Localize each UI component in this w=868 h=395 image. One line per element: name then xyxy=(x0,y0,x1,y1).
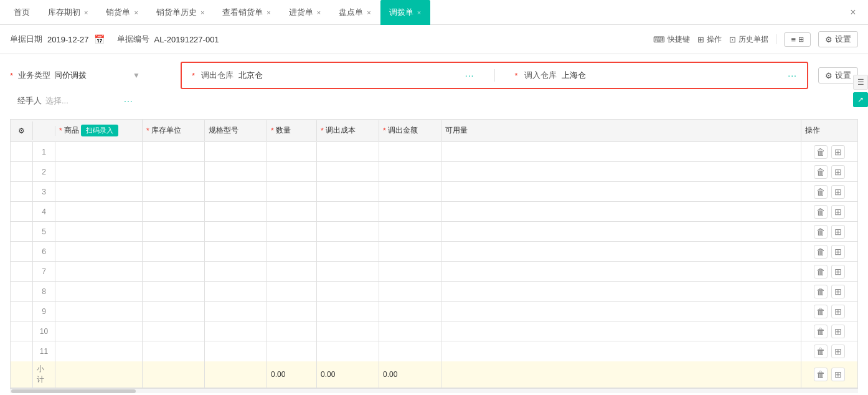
td-product-8[interactable] xyxy=(55,302,143,321)
inline-settings-button[interactable]: ⚙ 设置 xyxy=(818,67,858,83)
td-qty-9[interactable] xyxy=(267,321,317,341)
window-close-button[interactable]: × xyxy=(843,2,863,22)
td-cost-8[interactable] xyxy=(317,302,379,321)
td-unit-2[interactable] xyxy=(143,182,205,201)
row-copy-btn-1[interactable]: ⊞ xyxy=(831,165,845,179)
td-amount-10[interactable] xyxy=(379,341,441,361)
td-product-10[interactable] xyxy=(55,341,143,361)
tab-purchase-order[interactable]: 进货单 × xyxy=(280,0,330,25)
settings-button[interactable]: ≡ ⊞ xyxy=(784,32,811,47)
td-cost-10[interactable] xyxy=(317,341,379,361)
td-amount-4[interactable] xyxy=(379,222,441,241)
td-unit-6[interactable] xyxy=(143,262,205,281)
td-amount-8[interactable] xyxy=(379,302,441,321)
th-settings[interactable]: ⚙ xyxy=(11,121,33,140)
settings-gear-icon[interactable]: ⚙ xyxy=(18,126,25,135)
td-spec-1[interactable] xyxy=(205,162,267,181)
td-qty-0[interactable] xyxy=(267,142,317,161)
row-copy-btn-2[interactable]: ⊞ xyxy=(831,185,845,199)
td-unit-4[interactable] xyxy=(143,222,205,241)
tab-purchase-order-close[interactable]: × xyxy=(317,9,321,16)
td-cost-7[interactable] xyxy=(317,282,379,301)
row-copy-btn-7[interactable]: ⊞ xyxy=(831,285,845,298)
settings-text-button[interactable]: ⚙ 设置 xyxy=(818,31,858,47)
row-delete-btn-8[interactable]: 🗑 xyxy=(814,305,828,318)
horizontal-scrollbar[interactable] xyxy=(10,388,858,393)
row-copy-btn-10[interactable]: ⊞ xyxy=(831,345,845,358)
row-copy-btn-4[interactable]: ⊞ xyxy=(831,225,845,239)
row-copy-btn-8[interactable]: ⊞ xyxy=(831,305,845,318)
sidebar-list-btn[interactable]: ☰ xyxy=(853,75,868,90)
operator-input[interactable]: 选择... xyxy=(45,95,120,107)
td-amount-9[interactable] xyxy=(379,321,441,341)
row-delete-btn-5[interactable]: 🗑 xyxy=(814,245,828,259)
subtotal-copy-btn[interactable]: ⊞ xyxy=(831,368,845,381)
calendar-icon[interactable]: 📅 xyxy=(94,34,105,44)
td-product-0[interactable] xyxy=(55,142,143,161)
td-cost-9[interactable] xyxy=(317,321,379,341)
scrollbar-thumb[interactable] xyxy=(11,389,136,393)
td-qty-8[interactable] xyxy=(267,302,317,321)
td-cost-4[interactable] xyxy=(317,222,379,241)
td-cost-1[interactable] xyxy=(317,162,379,181)
td-spec-3[interactable] xyxy=(205,202,267,221)
tab-sales-history-close[interactable]: × xyxy=(200,9,204,16)
td-spec-8[interactable] xyxy=(205,302,267,321)
row-copy-btn-3[interactable]: ⊞ xyxy=(831,205,845,219)
operations-action[interactable]: ⊞ 操作 xyxy=(697,34,722,45)
td-cost-2[interactable] xyxy=(317,182,379,201)
td-qty-3[interactable] xyxy=(267,202,317,221)
td-unit-5[interactable] xyxy=(143,242,205,261)
in-warehouse-value[interactable]: 上海仓 xyxy=(562,70,611,81)
tab-transfer-order[interactable]: 调拨单 × xyxy=(380,0,430,25)
td-amount-1[interactable] xyxy=(379,162,441,181)
td-product-5[interactable] xyxy=(55,242,143,261)
td-spec-10[interactable] xyxy=(205,341,267,361)
td-product-4[interactable] xyxy=(55,222,143,241)
out-warehouse-value[interactable]: 北京仓 xyxy=(238,70,288,81)
history-action[interactable]: ⊡ 历史单据 xyxy=(729,34,768,45)
td-qty-4[interactable] xyxy=(267,222,317,241)
scan-button[interactable]: 扫码录入 xyxy=(81,125,118,136)
row-delete-btn-6[interactable]: 🗑 xyxy=(814,265,828,278)
business-type-dropdown-icon[interactable]: ▼ xyxy=(133,71,140,80)
td-product-1[interactable] xyxy=(55,162,143,181)
row-copy-btn-6[interactable]: ⊞ xyxy=(831,265,845,278)
row-copy-btn-5[interactable]: ⊞ xyxy=(831,245,845,259)
td-cost-6[interactable] xyxy=(317,262,379,281)
td-amount-6[interactable] xyxy=(379,262,441,281)
td-qty-1[interactable] xyxy=(267,162,317,181)
td-spec-7[interactable] xyxy=(205,282,267,301)
shortcut-action[interactable]: ⌨ 快捷键 xyxy=(653,34,690,45)
td-product-7[interactable] xyxy=(55,282,143,301)
td-amount-7[interactable] xyxy=(379,282,441,301)
out-warehouse-more[interactable]: ··· xyxy=(465,70,474,80)
td-amount-2[interactable] xyxy=(379,182,441,201)
tab-view-sales-close[interactable]: × xyxy=(267,9,270,16)
tab-home[interactable]: 首页 xyxy=(5,0,39,25)
td-amount-0[interactable] xyxy=(379,142,441,161)
row-copy-btn-0[interactable]: ⊞ xyxy=(831,145,845,159)
td-unit-10[interactable] xyxy=(143,341,205,361)
td-spec-2[interactable] xyxy=(205,182,267,201)
td-unit-8[interactable] xyxy=(143,302,205,321)
tab-transfer-order-close[interactable]: × xyxy=(417,9,421,16)
row-delete-btn-3[interactable]: 🗑 xyxy=(814,205,828,219)
td-unit-7[interactable] xyxy=(143,282,205,301)
td-amount-3[interactable] xyxy=(379,202,441,221)
td-spec-0[interactable] xyxy=(205,142,267,161)
td-cost-5[interactable] xyxy=(317,242,379,261)
tab-inventory-init-close[interactable]: × xyxy=(84,9,88,16)
td-unit-9[interactable] xyxy=(143,321,205,341)
td-product-2[interactable] xyxy=(55,182,143,201)
row-delete-btn-9[interactable]: 🗑 xyxy=(814,325,828,338)
td-qty-6[interactable] xyxy=(267,262,317,281)
td-spec-4[interactable] xyxy=(205,222,267,241)
tab-sales-order[interactable]: 销货单 × xyxy=(97,0,147,25)
operator-more[interactable]: ··· xyxy=(124,96,133,106)
row-delete-btn-0[interactable]: 🗑 xyxy=(814,145,828,159)
td-spec-5[interactable] xyxy=(205,242,267,261)
td-qty-2[interactable] xyxy=(267,182,317,201)
td-cost-0[interactable] xyxy=(317,142,379,161)
row-delete-btn-4[interactable]: 🗑 xyxy=(814,225,828,239)
